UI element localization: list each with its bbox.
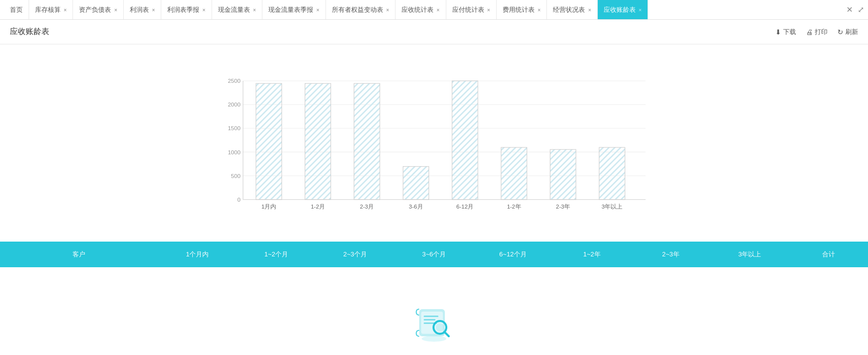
header-actions: ⬇ 下载 🖨 打印 ↻ 刷新 bbox=[775, 28, 858, 36]
tab-费用统计表[interactable]: 费用统计表× bbox=[497, 0, 547, 20]
tab-label: 应付统计表 bbox=[452, 5, 484, 14]
print-icon: 🖨 bbox=[806, 28, 813, 36]
svg-text:1000: 1000 bbox=[228, 149, 241, 155]
x-label-7: 2-3年 bbox=[556, 204, 570, 210]
svg-text:2500: 2500 bbox=[228, 78, 241, 84]
print-label: 打印 bbox=[815, 28, 828, 36]
svg-text:1500: 1500 bbox=[228, 125, 241, 131]
bar-1 bbox=[256, 83, 282, 199]
refresh-icon: ↻ bbox=[837, 28, 843, 36]
download-label: 下载 bbox=[783, 28, 796, 36]
page-header: 应收账龄表 ⬇ 下载 🖨 打印 ↻ 刷新 bbox=[0, 20, 868, 44]
tab-close-icon[interactable]: × bbox=[114, 7, 117, 13]
x-label-1: 1月内 bbox=[261, 204, 276, 210]
tab-所有者权益变动表[interactable]: 所有者权益变动表× bbox=[326, 0, 396, 20]
x-label-4: 3-6月 bbox=[409, 204, 423, 210]
x-label-5: 6-12月 bbox=[456, 204, 473, 210]
svg-rect-18 bbox=[424, 319, 435, 320]
tab-库存核算[interactable]: 库存核算× bbox=[29, 0, 73, 20]
x-label-8: 3年以上 bbox=[602, 204, 622, 210]
tab-close-icon[interactable]: × bbox=[386, 7, 389, 13]
tab-应收账龄表[interactable]: 应收账龄表× bbox=[598, 0, 648, 20]
refresh-label: 刷新 bbox=[845, 28, 858, 36]
table-header-cell: 3年以上 bbox=[710, 250, 789, 259]
tab-label: 资产负债表 bbox=[79, 5, 111, 14]
bar-2 bbox=[305, 83, 330, 199]
svg-point-14 bbox=[422, 336, 446, 342]
svg-point-21 bbox=[436, 323, 444, 331]
svg-rect-17 bbox=[424, 316, 438, 317]
table-header-cell: 1~2个月 bbox=[237, 250, 316, 259]
tab-label: 应收账龄表 bbox=[604, 5, 636, 14]
tab-label: 费用统计表 bbox=[503, 5, 535, 14]
table-header-cell: 合计 bbox=[789, 250, 868, 259]
tab-label: 所有者权益变动表 bbox=[332, 5, 383, 14]
bar-8 bbox=[599, 147, 625, 200]
tab-label: 利润表 bbox=[130, 5, 149, 14]
tab-应付统计表[interactable]: 应付统计表× bbox=[446, 0, 497, 20]
tab-close-icon[interactable]: × bbox=[639, 7, 642, 13]
tab-close-icon[interactable]: × bbox=[202, 7, 205, 13]
tab-close-icon[interactable]: × bbox=[152, 7, 155, 13]
tab-close-icon[interactable]: × bbox=[253, 7, 256, 13]
tab-首页[interactable]: 首页 bbox=[4, 0, 29, 20]
download-button[interactable]: ⬇ 下载 bbox=[775, 28, 796, 36]
chart-area: 2500 2000 1500 1000 500 0 1月内 1-2月 2-3月 bbox=[0, 44, 868, 242]
svg-text:500: 500 bbox=[231, 173, 240, 179]
table-header-cell: 6~12个月 bbox=[473, 250, 552, 259]
tab-现金流量表季报[interactable]: 现金流量表季报× bbox=[262, 0, 326, 20]
page-title: 应收账龄表 bbox=[10, 27, 49, 37]
bar-7 bbox=[550, 149, 576, 200]
svg-text:2000: 2000 bbox=[228, 102, 241, 107]
print-button[interactable]: 🖨 打印 bbox=[806, 28, 828, 36]
tab-label: 首页 bbox=[10, 5, 23, 14]
tab-close-icon[interactable]: × bbox=[436, 7, 439, 13]
refresh-button[interactable]: ↻ 刷新 bbox=[837, 28, 858, 36]
tab-close-icon[interactable]: × bbox=[316, 7, 319, 13]
x-label-2: 1-2月 bbox=[311, 204, 325, 210]
bar-chart: 2500 2000 1500 1000 500 0 1月内 1-2月 2-3月 bbox=[212, 64, 656, 232]
bar-5 bbox=[452, 81, 478, 200]
tab-close-icon[interactable]: × bbox=[64, 7, 67, 13]
table-header-cell: 3~6个月 bbox=[395, 250, 473, 259]
tab-现金流量表[interactable]: 现金流量表× bbox=[212, 0, 262, 20]
tab-close-icon[interactable]: × bbox=[588, 7, 591, 13]
table-header-cell: 2~3年 bbox=[631, 250, 710, 259]
bar-6 bbox=[501, 147, 527, 200]
table-header-cell: 2~3个月 bbox=[316, 250, 395, 259]
close-window-button[interactable]: ✕ bbox=[846, 5, 853, 14]
tab-bar: 首页库存核算×资产负债表×利润表×利润表季报×现金流量表×现金流量表季报×所有者… bbox=[0, 0, 868, 20]
bar-3 bbox=[354, 83, 380, 199]
empty-state bbox=[0, 267, 868, 355]
tab-利润表季报[interactable]: 利润表季报× bbox=[161, 0, 212, 20]
tab-label: 利润表季报 bbox=[167, 5, 199, 14]
bar-4 bbox=[403, 167, 429, 200]
table-header-cell: 客户 bbox=[0, 250, 158, 259]
tab-应收统计表[interactable]: 应收统计表× bbox=[396, 0, 446, 20]
x-label-6: 1-2年 bbox=[507, 204, 521, 210]
tab-label: 现金流量表 bbox=[218, 5, 250, 14]
table-header: 客户1个月内1~2个月2~3个月3~6个月6~12个月1~2年2~3年3年以上合… bbox=[0, 242, 868, 267]
tab-利润表[interactable]: 利润表× bbox=[124, 0, 161, 20]
download-icon: ⬇ bbox=[775, 28, 781, 36]
tab-资产负债表[interactable]: 资产负债表× bbox=[73, 0, 123, 20]
tab-label: 库存核算 bbox=[35, 5, 61, 14]
tab-经营状况表[interactable]: 经营状况表× bbox=[547, 0, 597, 20]
x-label-3: 2-3月 bbox=[360, 204, 374, 210]
tab-label: 应收统计表 bbox=[401, 5, 434, 14]
svg-text:0: 0 bbox=[237, 197, 240, 203]
svg-line-22 bbox=[444, 332, 449, 336]
tab-close-icon[interactable]: × bbox=[487, 7, 490, 13]
chart-container: 2500 2000 1500 1000 500 0 1月内 1-2月 2-3月 bbox=[212, 64, 656, 232]
table-header-cell: 1~2年 bbox=[552, 250, 631, 259]
main-content: 2500 2000 1500 1000 500 0 1月内 1-2月 2-3月 bbox=[0, 44, 868, 355]
tab-label: 现金流量表季报 bbox=[268, 5, 313, 14]
window-controls: ✕ ⤢ bbox=[840, 5, 864, 14]
table-header-cell: 1个月内 bbox=[158, 250, 237, 259]
empty-icon bbox=[409, 297, 459, 346]
maximize-window-button[interactable]: ⤢ bbox=[858, 5, 864, 14]
tab-label: 经营状况表 bbox=[553, 5, 585, 14]
tab-close-icon[interactable]: × bbox=[538, 7, 541, 13]
